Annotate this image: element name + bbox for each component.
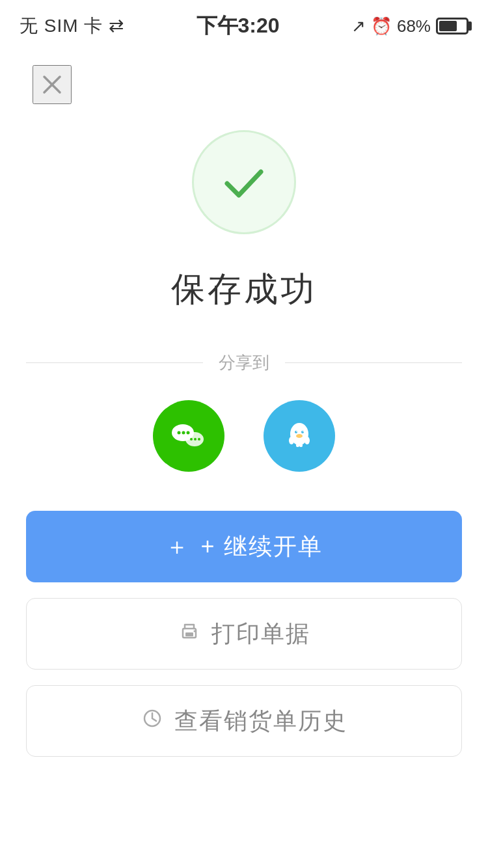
continue-label: + 继续开单 [200,531,322,563]
svg-point-20 [289,437,294,444]
svg-rect-19 [299,444,303,447]
svg-point-9 [198,438,200,441]
status-carrier: 无 SIM 卡 ⇄ [20,14,124,38]
svg-point-21 [305,437,310,444]
main-content: 保存成功 分享到 [0,52,488,868]
svg-point-15 [296,431,297,432]
wechat-icon [169,416,209,456]
clock-icon [141,707,164,736]
history-label: 查看销货单历史 [174,705,347,737]
svg-rect-18 [296,444,299,447]
svg-point-17 [296,434,303,438]
history-button[interactable]: 查看销货单历史 [26,685,462,757]
svg-rect-23 [185,632,193,636]
qq-icon [279,416,319,456]
svg-point-13 [295,431,297,433]
svg-point-6 [187,431,190,435]
share-wechat-button[interactable] [153,400,224,472]
location-icon: ↗ [351,16,366,36]
alarm-icon: ⏰ [371,16,392,36]
battery-percent: 68% [397,16,431,36]
battery-icon [436,18,468,34]
divider-left [26,362,203,363]
status-time: 下午3:20 [197,12,280,40]
svg-point-7 [190,438,193,441]
divider-right [285,362,462,363]
svg-point-5 [182,431,185,435]
status-bar: 无 SIM 卡 ⇄ 下午3:20 ↗ ⏰ 68% [0,0,488,52]
share-divider-row: 分享到 [26,351,462,374]
close-button[interactable] [33,65,72,104]
share-qq-button[interactable] [264,400,335,472]
status-right: ↗ ⏰ 68% [351,16,468,36]
plus-icon: ＋ [165,531,190,563]
svg-point-24 [194,630,196,632]
print-button[interactable]: 打印单据 [26,598,462,670]
printer-icon [178,619,201,649]
share-label: 分享到 [203,351,285,374]
svg-point-16 [303,431,304,432]
svg-point-8 [194,438,197,441]
share-icons-row [26,400,462,472]
action-buttons: ＋ + 继续开单 打印单据 查看销货单历 [26,511,462,757]
success-circle [192,130,296,234]
print-label: 打印单据 [211,618,310,650]
success-title: 保存成功 [171,267,317,312]
share-section: 分享到 [26,351,462,472]
svg-point-14 [301,431,304,433]
svg-point-4 [178,431,181,435]
continue-button[interactable]: ＋ + 继续开单 [26,511,462,582]
